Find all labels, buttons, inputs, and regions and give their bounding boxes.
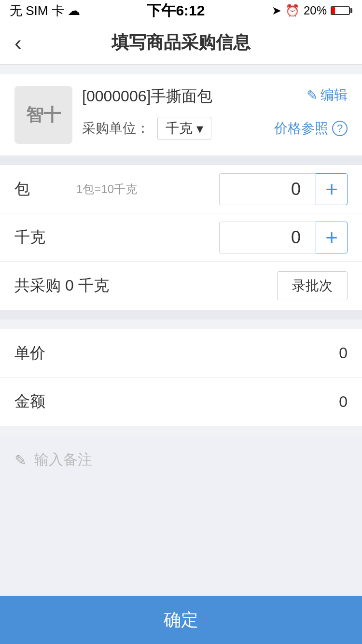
kg-input-row: 千克 + xyxy=(0,213,362,262)
kg-quantity-input[interactable] xyxy=(219,222,316,253)
location-icon: ➤ xyxy=(272,4,281,17)
unit-price-value: 0 xyxy=(339,344,348,362)
remark-section[interactable]: ✎ 输入备注 xyxy=(0,435,362,619)
status-time: 下午6:12 xyxy=(147,1,205,21)
unit-price-row: 单价 0 xyxy=(0,329,362,378)
confirm-label: 确定 xyxy=(164,608,198,632)
page-title: 填写商品采购信息 xyxy=(111,31,251,55)
record-batch-button[interactable]: 录批次 xyxy=(277,271,348,300)
nav-bar: ‹ 填写商品采购信息 xyxy=(0,21,362,65)
sim-signal: 无 SIM 卡 ☁ xyxy=(10,2,80,19)
price-ref-help-icon: ? xyxy=(332,121,348,136)
status-left: 无 SIM 卡 ☁ xyxy=(10,2,80,19)
kg-input-control: + xyxy=(219,222,348,253)
edit-icon: ✎ xyxy=(306,87,318,103)
input-section: 包 1包=10千克 + 千克 + xyxy=(0,165,362,262)
edit-label: 编辑 xyxy=(320,86,348,104)
status-right: ➤ ⏰ 20% xyxy=(272,4,352,17)
unit-value: 千克 xyxy=(166,119,193,138)
alarm-icon: ⏰ xyxy=(285,4,300,17)
kg-plus-button[interactable]: + xyxy=(316,222,348,253)
product-logo: 智十 xyxy=(26,103,61,127)
unit-select-dropdown[interactable]: 千克 ▾ xyxy=(157,117,211,140)
price-reference-button[interactable]: 价格参照 ? xyxy=(274,119,348,138)
edit-button[interactable]: ✎ 编辑 xyxy=(306,86,348,104)
battery-percent: 20% xyxy=(304,4,327,17)
bag-plus-button[interactable]: + xyxy=(316,173,348,205)
kg-label: 千克 xyxy=(14,227,72,248)
amount-value: 0 xyxy=(339,393,348,411)
pencil-icon: ✎ xyxy=(14,452,27,469)
section-divider-2 xyxy=(0,310,362,320)
product-unit-row: 采购单位： 千克 ▾ 价格参照 ? xyxy=(82,117,348,140)
dropdown-icon: ▾ xyxy=(196,121,203,137)
product-thumbnail: 智十 xyxy=(14,86,72,144)
section-divider-1 xyxy=(0,155,362,165)
bag-label: 包 xyxy=(14,179,72,200)
total-row: 共采购 0 千克 录批次 xyxy=(0,262,362,310)
price-ref-label: 价格参照 xyxy=(274,119,328,138)
unit-price-label: 单价 xyxy=(14,343,45,364)
bag-sublabel: 1包=10千克 xyxy=(76,182,137,197)
back-button[interactable]: ‹ xyxy=(14,31,22,55)
bag-input-control: + xyxy=(219,173,348,205)
amount-row: 金额 0 xyxy=(0,378,362,426)
status-bar: 无 SIM 卡 ☁ 下午6:12 ➤ ⏰ 20% xyxy=(0,0,362,21)
confirm-button[interactable]: 确定 xyxy=(0,596,362,644)
price-info-section: 单价 0 金额 0 xyxy=(0,329,362,426)
battery-icon xyxy=(331,6,352,15)
total-label: 共采购 0 千克 xyxy=(14,275,109,296)
bag-quantity-input[interactable] xyxy=(219,173,316,205)
unit-label: 采购单位： xyxy=(82,119,150,138)
amount-label: 金额 xyxy=(14,391,45,412)
bag-input-row: 包 1包=10千克 + xyxy=(0,165,362,213)
product-card: 智十 [0000006]手撕面包 采购单位： 千克 ▾ 价格参照 ? ✎ 编辑 xyxy=(0,74,362,155)
remark-placeholder: 输入备注 xyxy=(34,450,92,470)
